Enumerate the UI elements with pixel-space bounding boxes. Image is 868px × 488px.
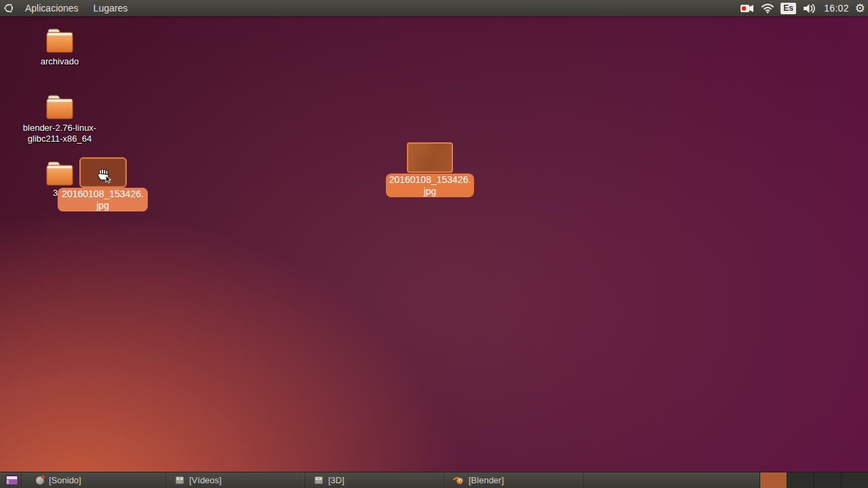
- folder-icon: [43, 160, 76, 187]
- workspace-switcher: [760, 472, 868, 488]
- wifi-icon[interactable]: [761, 0, 774, 16]
- folder-label: archivado: [11, 56, 108, 67]
- file-manager-icon: [314, 476, 323, 485]
- image-thumbnail[interactable]: [407, 142, 453, 173]
- desktop-folder-archivado[interactable]: archivado: [11, 27, 108, 67]
- menu-lugares[interactable]: Lugares: [86, 0, 136, 16]
- folder-icon: [43, 94, 76, 121]
- window-button-label: [Sonido]: [49, 475, 81, 485]
- clock[interactable]: 16:02: [824, 0, 849, 16]
- file-manager-icon: [175, 476, 184, 485]
- image-file-label: 20160108_153426. jpg: [386, 174, 474, 197]
- workspace-4[interactable]: [841, 472, 868, 488]
- window-button-blender[interactable]: [Blender]: [444, 472, 583, 488]
- top-panel: Aplicaciones Lugares Es: [0, 0, 868, 16]
- ubuntu-logo-icon[interactable]: [0, 0, 18, 16]
- screen-recorder-icon[interactable]: [740, 0, 755, 16]
- window-list: [Sonido] [Vídeos] [3D]: [27, 472, 583, 488]
- drag-cursor-icon: [96, 167, 113, 184]
- show-desktop-icon: [5, 475, 18, 485]
- window-button-sonido[interactable]: [Sonido]: [27, 472, 166, 488]
- sound-window-icon: [36, 476, 44, 485]
- session-gear-icon[interactable]: ⚙: [855, 0, 865, 16]
- folder-icon: [43, 27, 76, 54]
- workspace-1[interactable]: [760, 472, 787, 488]
- window-button-label: [Blender]: [469, 475, 504, 485]
- volume-icon[interactable]: [802, 0, 818, 16]
- desktop-folder-blender[interactable]: blender-2.76-linux- glibc211-x86_64: [11, 94, 108, 144]
- tray: Es 16:02 ⚙: [740, 0, 865, 16]
- workspace-2[interactable]: [787, 472, 814, 488]
- bottom-panel: [Sonido] [Vídeos] [3D]: [0, 472, 868, 488]
- drag-ghost-label: 20160108_153426. jpg: [58, 188, 148, 211]
- menu-aplicaciones[interactable]: Aplicaciones: [18, 0, 86, 16]
- window-button-3d[interactable]: [3D]: [305, 472, 444, 488]
- keyboard-layout-indicator[interactable]: Es: [781, 3, 796, 14]
- window-button-label: [Vídeos]: [189, 475, 222, 485]
- show-desktop-button[interactable]: [3, 472, 22, 488]
- menubar: Aplicaciones Lugares: [0, 0, 135, 16]
- workspace-3[interactable]: [814, 472, 841, 488]
- folder-label: blender-2.76-linux- glibc211-x86_64: [11, 123, 108, 144]
- blender-icon: [453, 476, 464, 485]
- window-button-label: [3D]: [328, 475, 344, 485]
- window-button-videos[interactable]: [Vídeos]: [166, 472, 305, 488]
